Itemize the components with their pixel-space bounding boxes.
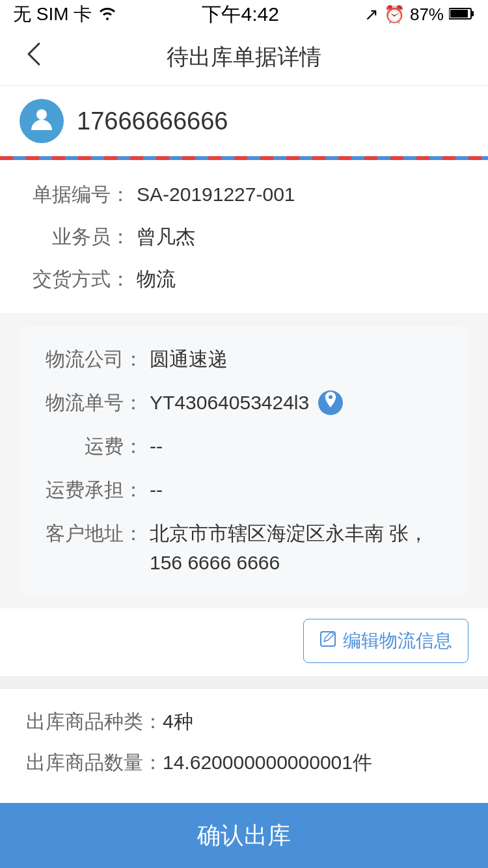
logistics-company-value: 圆通速递 (143, 344, 449, 373)
logistics-tracking-value: YT43064053424l3 (143, 388, 449, 417)
confirm-button[interactable]: 确认出库 (0, 803, 488, 868)
status-left: 无 SIM 卡 (13, 2, 116, 27)
status-right: ↗ ⏰ 87% (364, 5, 475, 25)
status-bar: 无 SIM 卡 下午4:42 ↗ ⏰ 87% (0, 0, 488, 29)
alarm-icon: ⏰ (384, 5, 405, 25)
goods-section: 出库商品种类： 4种 出库商品数量： 14.620000000000001件 (0, 689, 488, 796)
location-status-icon: ↗ (364, 5, 379, 25)
freight-value: -- (143, 431, 449, 461)
svg-rect-2 (450, 10, 468, 18)
back-button[interactable] (20, 34, 48, 79)
logistics-card: 物流公司： 圆通速递 物流单号： YT43064053424l3 (20, 326, 468, 595)
delivery-label: 交货方式： (26, 264, 130, 293)
edit-logistics-section: 编辑物流信息 (0, 608, 488, 676)
freight-bearer-row: 运费承担： -- (39, 475, 449, 504)
address-row: 客户地址： 北京市市辖区海淀区永丰南 张，156 6666 6666 (39, 519, 449, 577)
freight-row: 运费： -- (39, 431, 449, 461)
order-number-label: 单据编号： (26, 180, 130, 209)
nav-bar: 待出库单据详情 (0, 29, 488, 86)
confirm-label: 确认出库 (197, 820, 291, 852)
svg-rect-1 (471, 11, 474, 16)
goods-types-label: 出库商品种类： (26, 709, 163, 735)
customer-header: 17666666666 (0, 86, 488, 156)
logistics-company-row: 物流公司： 圆通速递 (39, 344, 449, 373)
freight-label: 运费： (39, 431, 143, 461)
goods-quantity-value: 14.620000000000001件 (163, 750, 372, 776)
salesman-label: 业务员： (26, 222, 130, 251)
edit-logistics-label: 编辑物流信息 (343, 629, 452, 653)
salesman-row: 业务员： 曾凡杰 (26, 222, 462, 251)
delivery-row: 交货方式： 物流 (26, 264, 462, 293)
carrier-text: 无 SIM 卡 (13, 2, 92, 27)
wifi-icon (98, 4, 116, 25)
edit-icon (319, 631, 336, 652)
address-value: 北京市市辖区海淀区永丰南 张，156 6666 6666 (143, 519, 449, 577)
order-number-row: 单据编号： SA-20191227-001 (26, 180, 462, 209)
edit-logistics-button[interactable]: 编辑物流信息 (303, 619, 468, 663)
logistics-company-label: 物流公司： (39, 344, 143, 373)
order-number-value: SA-20191227-001 (130, 180, 462, 209)
status-time: 下午4:42 (202, 1, 278, 28)
freight-bearer-value: -- (143, 475, 449, 504)
address-label: 客户地址： (39, 519, 143, 548)
order-info-section: 单据编号： SA-20191227-001 业务员： 曾凡杰 交货方式： 物流 (0, 160, 488, 313)
logistics-tracking-label: 物流单号： (39, 388, 143, 417)
battery-text: 87% (410, 5, 444, 25)
page-title: 待出库单据详情 (167, 42, 321, 72)
svg-point-3 (36, 109, 47, 120)
goods-quantity-row: 出库商品数量： 14.620000000000001件 (26, 750, 462, 776)
logistics-tracking-row: 物流单号： YT43064053424l3 (39, 388, 449, 417)
location-icon (323, 392, 338, 413)
avatar-icon (29, 105, 55, 137)
freight-bearer-label: 运费承担： (39, 475, 143, 504)
goods-types-value: 4种 (163, 709, 193, 735)
goods-quantity-label: 出库商品数量： (26, 750, 163, 776)
avatar (20, 99, 64, 143)
tracking-location-button[interactable] (318, 390, 343, 415)
battery-icon (449, 5, 475, 25)
delivery-value: 物流 (130, 264, 462, 293)
customer-phone: 17666666666 (77, 107, 228, 135)
section-divider (0, 676, 488, 689)
goods-types-row: 出库商品种类： 4种 (26, 709, 462, 735)
salesman-value: 曾凡杰 (130, 222, 462, 251)
